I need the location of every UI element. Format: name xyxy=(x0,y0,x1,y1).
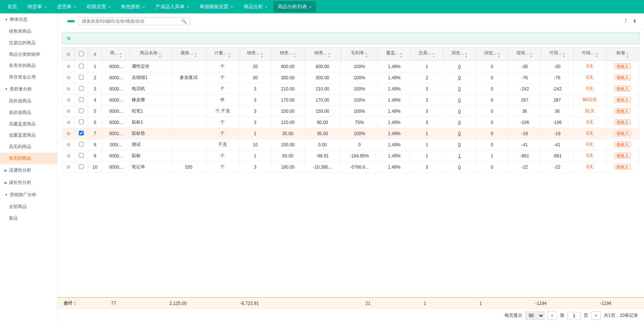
cell-sales_profit: 210.00 xyxy=(304,83,341,95)
browse1-link[interactable]: 0 xyxy=(458,64,461,69)
browse1-link[interactable]: 0 xyxy=(458,131,461,136)
cell-browse2: 0 xyxy=(476,139,509,150)
cell-browse1: 0 xyxy=(443,139,476,150)
row-checkbox[interactable] xyxy=(79,75,84,80)
row-checkbox[interactable] xyxy=(79,64,84,68)
cell-current: -242 xyxy=(508,83,541,95)
row-checkbox[interactable] xyxy=(79,86,84,91)
sidebar-item-库存资金占用[interactable]: 库存资金占用 xyxy=(0,71,57,83)
row-settings-icon[interactable]: ⚙ xyxy=(67,131,71,136)
sidebar-group-整体信息[interactable]: ▼整体信息 xyxy=(0,13,57,26)
sidebar-item-低毛利商品[interactable]: 低毛利商品 xyxy=(0,153,57,164)
cell-saleable: 0天 xyxy=(573,139,606,150)
cell-code: 0002... xyxy=(102,128,130,139)
nav-close-icon[interactable]: × xyxy=(74,4,76,9)
filter-recent-btn[interactable] xyxy=(67,20,75,22)
nav-item-权限设置[interactable]: 权限设置× xyxy=(82,1,115,12)
table-footer: 合计： 77 2,125.00 -8,723.91 21 1 1 -1194 -… xyxy=(58,297,644,309)
row-settings-icon[interactable]: ⚙ xyxy=(67,165,71,170)
cell-name: 橡皮擦 xyxy=(130,95,172,106)
per-page-select[interactable]: 50 100 xyxy=(525,312,544,320)
row-settings-icon[interactable]: ⚙ xyxy=(67,153,71,159)
row-settings-icon[interactable]: ⚙ xyxy=(67,142,71,147)
cell-saleable: 31天 xyxy=(573,106,606,117)
row-settings-icon[interactable]: ⚙ xyxy=(67,120,71,125)
row-checkbox[interactable] xyxy=(79,97,84,102)
cell-num: 9 xyxy=(88,150,102,162)
export-button[interactable]: ⬆ xyxy=(633,19,638,24)
row-checkbox[interactable] xyxy=(79,131,84,136)
cell-unit: 件 xyxy=(206,95,239,106)
browse1-link[interactable]: 0 xyxy=(458,165,461,170)
cell-settings: ⚙ xyxy=(63,150,75,162)
row-settings-icon[interactable]: ⚙ xyxy=(67,86,71,92)
browse1-link[interactable]: 0 xyxy=(458,120,461,125)
nav-close-icon[interactable]: × xyxy=(265,4,267,9)
search-input[interactable] xyxy=(82,19,181,24)
cell-tag: 低收入 xyxy=(606,128,639,139)
share-button[interactable]: ⤴ xyxy=(625,19,628,24)
settings-icon[interactable]: ⚙ xyxy=(67,52,71,57)
nav-close-icon[interactable]: × xyxy=(142,4,145,9)
row-checkbox[interactable] xyxy=(79,153,84,158)
row-settings-icon[interactable]: ⚙ xyxy=(67,75,71,80)
nav-close-icon[interactable]: × xyxy=(309,4,311,9)
browse1-link[interactable]: 0 xyxy=(458,109,461,114)
row-settings-icon[interactable]: ⚙ xyxy=(67,98,71,103)
cell-spec xyxy=(171,106,206,117)
cell-current: -41 xyxy=(508,139,541,150)
sidebar-group-流通性分析[interactable]: ▶流通性分析 xyxy=(0,164,57,176)
cell-code: 0000... xyxy=(102,95,130,106)
row-settings-icon[interactable]: ⚙ xyxy=(67,64,71,69)
browse1-link[interactable]: 0 xyxy=(458,142,461,147)
cell-spec xyxy=(171,117,206,128)
nav-item-商品分析[interactable]: 商品分析× xyxy=(239,1,272,12)
col-header-settings[interactable]: ⚙ xyxy=(63,48,75,61)
sidebar-group-类群量分析[interactable]: ▼类群量分析 xyxy=(0,83,57,95)
nav-close-icon[interactable]: × xyxy=(187,4,189,9)
search-box[interactable]: 🔍 xyxy=(79,17,190,25)
prev-page-btn[interactable]: ＜ xyxy=(547,311,557,320)
sidebar-item-高覆盖度商品[interactable]: 高覆盖度商品 xyxy=(0,118,57,130)
sidebar-item-交易过的商品[interactable]: 交易过的商品 xyxy=(0,37,57,49)
browse1-link[interactable]: 0 xyxy=(458,86,461,92)
sidebar-item-高毛利商品[interactable]: 高毛利商品 xyxy=(0,141,57,153)
page-input[interactable] xyxy=(567,312,581,319)
sidebar-item-销售类商品[interactable]: 销售类商品 xyxy=(0,26,57,37)
nav-item-角色授权[interactable]: 角色授权× xyxy=(116,1,149,12)
nav-item-单据模板设置[interactable]: 单据模板设置× xyxy=(195,1,237,12)
sidebar-item-新品[interactable]: 新品 xyxy=(0,213,57,224)
nav-item-销货单[interactable]: 销货单× xyxy=(23,1,51,12)
browse1-link[interactable]: 1 xyxy=(458,153,461,159)
cell-tag: 低收入 xyxy=(606,150,639,162)
sidebar-item-有库存的商品[interactable]: 有库存的商品 xyxy=(0,60,57,71)
row-checkbox[interactable] xyxy=(79,108,84,113)
sidebar-group-成长性分析[interactable]: ▶成长性分析 xyxy=(0,176,57,189)
nav-close-icon[interactable]: × xyxy=(108,4,110,9)
cell-sales_price: 800.00 xyxy=(272,61,304,72)
cell-unit: 个 xyxy=(206,162,239,173)
browse1-link[interactable]: 0 xyxy=(458,75,461,80)
nav-item-商品分析列表[interactable]: 商品分析列表× xyxy=(273,1,316,12)
col-header-checkbox[interactable] xyxy=(75,48,88,61)
row-checkbox[interactable] xyxy=(79,164,84,169)
nav-item-进货单[interactable]: 进货单× xyxy=(52,1,80,12)
browse1-link[interactable]: 0 xyxy=(458,98,461,103)
row-settings-icon[interactable]: ⚙ xyxy=(67,109,71,114)
sidebar-item-低价值商品[interactable]: 低价值商品 xyxy=(0,107,57,118)
row-checkbox[interactable] xyxy=(79,142,84,147)
nav-close-icon[interactable]: × xyxy=(231,4,233,9)
cell-coverage: 1.49% xyxy=(378,139,411,150)
info-icon: ✿ xyxy=(67,36,71,41)
nav-item-首页[interactable]: 首页 xyxy=(3,1,22,12)
select-all-checkbox[interactable] xyxy=(79,51,84,56)
sidebar-item-全部商品[interactable]: 全部商品 xyxy=(0,201,57,213)
sidebar-item-高价值商品[interactable]: 高价值商品 xyxy=(0,95,57,107)
nav-close-icon[interactable]: × xyxy=(44,4,47,9)
next-page-btn[interactable]: ＞ xyxy=(591,311,601,320)
row-checkbox[interactable] xyxy=(79,119,84,124)
sidebar-item-低覆盖度商品[interactable]: 低覆盖度商品 xyxy=(0,130,57,141)
nav-item-产成品入库单[interactable]: 产成品入库单× xyxy=(151,1,193,12)
sidebar-group-营销推广分析[interactable]: ▼营销推广分析 xyxy=(0,189,57,201)
sidebar-item-商品分类助销率[interactable]: 商品分类助销率 xyxy=(0,49,57,60)
